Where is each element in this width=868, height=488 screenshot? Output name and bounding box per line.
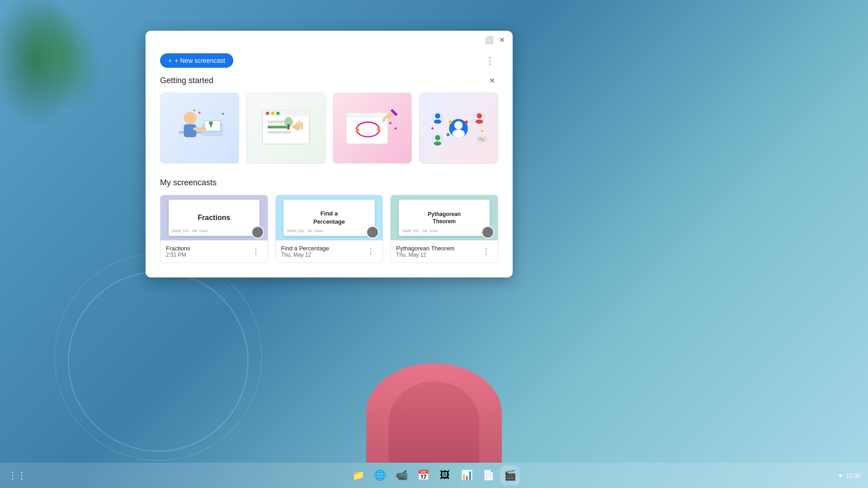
svg-rect-25: [346, 113, 388, 118]
welcome-card[interactable]: Welcome: [160, 93, 239, 164]
taskbar: ⋮⋮ 📁 🌐 📹 📅 🖼 📊 📄 🎬 ▾ 12:30: [0, 463, 868, 488]
getting-started-cards: Welcome: [160, 93, 498, 164]
files-icon: 📁: [352, 469, 364, 481]
screencasts-grid: Fractions Math 101 · Mr. Give Fractions …: [160, 195, 498, 263]
svg-rect-17: [268, 126, 288, 128]
sheets-icon: 📊: [461, 469, 473, 481]
pythagorean-thumb-text: PythagoreanTheorem: [428, 211, 461, 226]
my-screencasts-header: My screencasts: [160, 178, 498, 188]
svg-point-37: [434, 119, 441, 123]
chrome-icon: 🌐: [374, 469, 386, 481]
svg-point-3: [184, 112, 197, 124]
sharing-illustration: [427, 100, 490, 156]
taskbar-icon-docs[interactable]: 📄: [478, 465, 498, 485]
welcome-illustration: [168, 100, 231, 156]
pythagorean-date: Thu, May 12: [396, 252, 454, 258]
taskbar-center: 📁 🌐 📹 📅 🖼 📊 📄 🎬: [348, 465, 520, 485]
marker-card[interactable]: Marker: [333, 93, 412, 164]
fractions-thumb-inner: Fractions Math 101 · Mr. Give: [169, 200, 259, 236]
meet-icon: 📹: [396, 469, 408, 481]
window-toolbar: + + New screencast ⋮: [146, 49, 513, 76]
taskbar-icon-sheets[interactable]: 📊: [457, 465, 476, 485]
pythagorean-menu-button[interactable]: ⋮: [480, 245, 492, 258]
taskbar-icon-files[interactable]: 📁: [348, 465, 368, 485]
more-vert-icon: ⋮: [486, 55, 495, 66]
sharing-screencasts-card[interactable]: Sharing screencasts: [419, 93, 498, 164]
svg-point-42: [435, 135, 441, 141]
fractions-card[interactable]: Fractions Math 101 · Mr. Give Fractions …: [160, 195, 268, 263]
fractions-thumb-text: Fractions: [198, 214, 230, 222]
svg-point-39: [477, 113, 482, 118]
close-getting-started-icon: ✕: [489, 76, 495, 85]
fractions-thumb-sub: Math 101 · Mr. Give: [172, 229, 208, 233]
svg-point-14: [271, 112, 274, 115]
new-screencast-button[interactable]: + + New screencast: [160, 53, 233, 68]
svg-point-48: [481, 130, 483, 132]
pythagorean-theorem-card[interactable]: PythagoreanTheorem Math 101 · Mr. Give P…: [390, 195, 498, 263]
svg-point-30: [390, 122, 392, 124]
transcript-tools-label: Transcript tools: [247, 163, 325, 164]
find-percentage-thumb-inner: Find aPercentage Math 101 · Mr. Give: [283, 200, 374, 236]
getting-started-header: Getting started ✕: [160, 76, 498, 85]
taskbar-icon-chrome[interactable]: 🌐: [370, 465, 390, 485]
fractions-info: Fractions 2:51 PM ⋮: [160, 240, 268, 263]
svg-rect-12: [263, 110, 310, 116]
find-percentage-menu-button[interactable]: ⋮: [364, 245, 377, 258]
getting-started-section: Getting started ✕: [160, 76, 498, 164]
svg-point-27: [356, 128, 359, 131]
getting-started-title: Getting started: [160, 76, 213, 85]
find-percentage-thumb-text: Find aPercentage: [313, 210, 345, 226]
find-percentage-card[interactable]: Find aPercentage Math 101 · Mr. Give Fin…: [275, 195, 383, 263]
find-percentage-avatar: [366, 226, 379, 239]
welcome-label: Welcome: [160, 163, 239, 164]
close-window-icon: ✕: [499, 36, 505, 44]
svg-rect-21: [301, 122, 303, 129]
marker-illustration: [341, 100, 403, 156]
svg-point-44: [449, 120, 453, 123]
fractions-avatar: [251, 226, 264, 239]
svg-point-36: [435, 113, 441, 118]
find-percentage-menu-icon: ⋮: [367, 247, 374, 256]
close-window-button[interactable]: ✕: [496, 34, 507, 45]
transcript-thumbnail: [247, 93, 325, 163]
close-getting-started-button[interactable]: ✕: [486, 75, 498, 87]
maximize-icon: ⬜: [485, 36, 494, 44]
transcript-tools-card[interactable]: Transcript tools: [246, 93, 326, 164]
taskbar-icon-meet[interactable]: 📹: [392, 465, 411, 485]
svg-point-46: [447, 133, 450, 136]
fractions-menu-button[interactable]: ⋮: [250, 245, 262, 258]
my-screencasts-title: My screencasts: [160, 178, 217, 188]
fractions-menu-icon: ⋮: [252, 247, 259, 256]
svg-rect-7: [211, 124, 212, 127]
sharing-thumbnail: [420, 93, 498, 163]
svg-rect-47: [477, 136, 487, 142]
pythagorean-thumb-sub: Math 101 · Mr. Give: [402, 229, 438, 233]
svg-rect-5: [193, 127, 207, 130]
find-percentage-info: Find a Percentage Thu, May 12 ⋮: [276, 240, 383, 263]
docs-icon: 📄: [482, 469, 495, 481]
svg-point-9: [222, 113, 224, 115]
fractions-title: Fractions: [166, 245, 190, 252]
find-percentage-thumb-sub: Math 101 · Mr. Give: [287, 229, 323, 233]
svg-rect-4: [184, 124, 197, 137]
svg-point-45: [465, 120, 468, 123]
pythagorean-thumb-inner: PythagoreanTheorem Math 101 · Mr. Give: [399, 200, 490, 236]
more-options-button[interactable]: ⋮: [482, 52, 498, 69]
taskbar-icon-calendar[interactable]: 📅: [413, 465, 433, 485]
svg-point-49: [432, 127, 434, 129]
svg-point-8: [198, 112, 201, 114]
welcome-thumbnail: [160, 93, 239, 163]
svg-rect-18: [268, 131, 291, 133]
svg-point-40: [476, 119, 483, 123]
taskbar-icon-photos[interactable]: 🖼: [435, 465, 455, 485]
maximize-button[interactable]: ⬜: [484, 34, 495, 45]
photos-icon: 🖼: [440, 469, 450, 481]
fractions-date: 2:51 PM: [166, 252, 190, 258]
find-percentage-thumbnail: Find aPercentage Math 101 · Mr. Give: [276, 195, 383, 240]
pythagorean-thumbnail: PythagoreanTheorem Math 101 · Mr. Give: [391, 195, 498, 240]
launcher-icon: ⋮⋮: [8, 470, 26, 481]
svg-rect-20: [296, 122, 298, 129]
taskbar-icon-screencast[interactable]: 🎬: [500, 465, 520, 485]
svg-point-31: [395, 127, 397, 129]
taskbar-launcher[interactable]: ⋮⋮: [7, 465, 27, 485]
